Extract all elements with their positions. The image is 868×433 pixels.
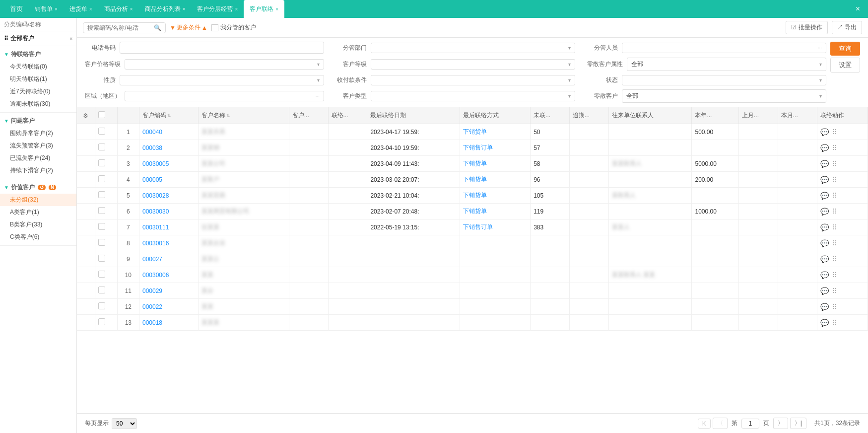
zero-attr-select[interactable]: 全部 ▾ <box>627 58 826 71</box>
phone-input[interactable] <box>120 42 324 54</box>
phone-action-icon[interactable]: 💬 <box>820 176 829 184</box>
nav-home[interactable]: 首页 <box>4 0 29 18</box>
name-column-header[interactable]: 客户名称 ⇅ <box>198 107 289 124</box>
nature-select[interactable]: ▾ <box>120 75 324 85</box>
customer-code[interactable]: 000038 <box>139 140 198 156</box>
customer-name[interactable]: 某企 <box>198 283 289 299</box>
customer-code[interactable]: 000018 <box>139 315 198 331</box>
region-select[interactable]: ··· <box>125 91 324 101</box>
more-action-icon[interactable]: ⠿ <box>832 271 837 279</box>
payment-select[interactable]: ▾ <box>371 75 575 85</box>
first-page-btn[interactable]: K <box>698 419 711 429</box>
phone-action-icon[interactable]: 💬 <box>820 192 829 200</box>
this-month-header[interactable]: 本月... <box>778 107 817 124</box>
overdue-header[interactable]: 逾期... <box>569 107 608 124</box>
customer-code[interactable]: 00030005 <box>139 156 198 172</box>
nav-tab-analysis-list[interactable]: 商品分析列表 × <box>139 0 192 18</box>
contact-method-link[interactable]: 下销售订单 <box>463 144 493 151</box>
sidebar-item-churned[interactable]: 已流失客户(24) <box>0 152 76 164</box>
more-action-icon[interactable]: ⠿ <box>832 144 837 152</box>
nav-tab-customer-contact[interactable]: 客户联络 × <box>244 0 284 18</box>
checkbox-cell[interactable] <box>95 283 117 299</box>
last-contact-method[interactable] <box>460 283 531 299</box>
customer-code[interactable]: 00030016 <box>139 235 198 251</box>
days-no-contact-header[interactable]: 未联... <box>531 107 570 124</box>
close-tab-customer-mgmt[interactable]: × <box>235 6 238 12</box>
row-checkbox[interactable] <box>98 318 105 325</box>
close-tab-sales[interactable]: × <box>55 6 58 12</box>
customer-name[interactable]: 某某 <box>198 267 289 283</box>
close-tab-purchase[interactable]: × <box>89 6 92 12</box>
phone-action-icon[interactable]: 💬 <box>820 208 829 216</box>
sidebar-item-churn-warn[interactable]: 流失预警客户(3) <box>0 140 76 152</box>
checkbox-cell[interactable] <box>95 156 117 172</box>
last-contact-method[interactable]: 下销货单 <box>460 204 531 219</box>
more-action-icon[interactable]: ⠿ <box>832 208 837 216</box>
last-contact-method[interactable] <box>460 299 531 315</box>
customer-name[interactable]: 某某公 <box>198 251 289 267</box>
row-checkbox[interactable] <box>98 128 105 135</box>
phone-action-icon[interactable]: 💬 <box>820 239 829 247</box>
row-checkbox[interactable] <box>98 159 105 166</box>
sidebar-all-customers[interactable]: ⠿ 全部客户 « <box>0 31 76 46</box>
gear-icon[interactable]: ⚙ <box>83 112 88 119</box>
main-search-input[interactable] <box>87 24 152 31</box>
customer-code[interactable]: 000022 <box>139 299 198 315</box>
customer-code[interactable]: 000027 <box>139 251 198 267</box>
row-checkbox[interactable] <box>98 144 105 150</box>
customer-code[interactable]: 00030028 <box>139 188 198 204</box>
checkbox-cell[interactable] <box>95 299 117 315</box>
checkbox-cell[interactable] <box>95 172 117 188</box>
contact-method-link[interactable]: 下销售订单 <box>463 223 493 230</box>
zero-customer-select[interactable]: 全部 ▾ <box>622 89 826 103</box>
export-btn[interactable]: ↗ 导出 <box>832 21 862 34</box>
checkbox-cell[interactable] <box>95 315 117 331</box>
last-contact-method[interactable] <box>460 251 531 267</box>
checkbox-column-header[interactable] <box>95 107 117 124</box>
more-action-icon[interactable]: ⠿ <box>832 287 837 295</box>
customer-code[interactable]: 00030006 <box>139 267 198 283</box>
last-contact-date-header[interactable]: 最后联络日期 <box>367 107 460 124</box>
price-level-select[interactable]: ▾ <box>125 59 324 70</box>
phone-action-icon[interactable]: 💬 <box>820 223 829 231</box>
checkbox-cell[interactable] <box>95 267 117 283</box>
status-select[interactable]: ▾ <box>622 75 826 85</box>
sidebar-item-ungroup[interactable]: 未分组(32) <box>0 194 76 206</box>
page-size-select[interactable]: 50 100 200 <box>112 418 137 429</box>
customer-level-select[interactable]: ▾ <box>371 59 575 70</box>
contact-method-link[interactable]: 下销货单 <box>463 176 487 183</box>
last-contact-method[interactable]: 下销货单 <box>460 172 531 188</box>
sidebar-item-b-class[interactable]: B类客户(33) <box>0 218 76 231</box>
phone-action-icon[interactable]: 💬 <box>820 160 829 168</box>
row-checkbox[interactable] <box>98 302 105 309</box>
row-checkbox[interactable] <box>98 191 105 198</box>
customer-name[interactable]: 某某销 <box>198 140 289 156</box>
sidebar-item-tomorrow[interactable]: 明天待联络(1) <box>0 73 76 85</box>
row-checkbox[interactable] <box>98 175 105 182</box>
last-page-btn[interactable]: 〉| <box>790 418 806 429</box>
more-action-icon[interactable]: ⠿ <box>832 303 837 311</box>
checkbox-cell[interactable] <box>95 124 117 140</box>
more-action-icon[interactable]: ⠿ <box>832 160 837 168</box>
customer-name[interactable]: 某某某 <box>198 315 289 331</box>
row-checkbox[interactable] <box>98 223 105 230</box>
customer-name[interactable]: 某某企业 <box>198 235 289 251</box>
close-all-tabs[interactable]: × <box>852 4 864 13</box>
customer-code[interactable]: 00030111 <box>139 219 198 235</box>
phone-action-icon[interactable]: 💬 <box>820 255 829 263</box>
contact-method-link[interactable]: 下销货单 <box>463 192 487 199</box>
customer-name[interactable]: 某某商贸有限公司 <box>198 204 289 219</box>
last-contact-method[interactable] <box>460 267 531 283</box>
next-page-btn[interactable]: 〉 <box>773 418 788 429</box>
collapse-sidebar-icon[interactable]: « <box>69 36 72 41</box>
contact-method-link[interactable]: 下销货单 <box>463 128 487 135</box>
last-contact-method[interactable] <box>460 235 531 251</box>
last-month-header[interactable]: 上月... <box>739 107 778 124</box>
sidebar-item-declining[interactable]: 持续下滑客户(2) <box>0 164 76 177</box>
customer-name[interactable]: 某某关系 <box>198 124 289 140</box>
phone-action-icon[interactable]: 💬 <box>820 271 829 279</box>
phone-action-icon[interactable]: 💬 <box>820 303 829 311</box>
nav-tab-analysis[interactable]: 商品分析 × <box>98 0 139 18</box>
customer-name[interactable]: 某某 <box>198 299 289 315</box>
contact-method-link[interactable]: 下销货单 <box>463 208 487 215</box>
